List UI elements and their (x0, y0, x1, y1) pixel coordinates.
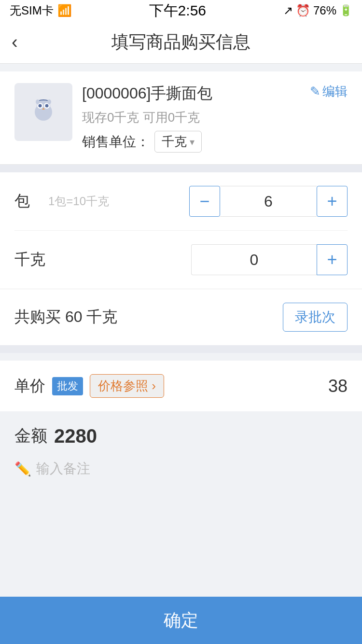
total-text: 共购买 60 千克 (14, 307, 117, 328)
product-info: [0000006]手撕面包 现存0千克 可用0千克 销售单位： 千克 ▾ (82, 83, 348, 153)
quantity-section: 包 1包=10千克 − + 千克 + (0, 172, 362, 289)
page-title: 填写商品购买信息 (111, 30, 251, 54)
owl-icon (29, 95, 58, 129)
svg-point-4 (39, 104, 42, 107)
amount-section: 金额 2280 ✏️ 输入备注 (0, 411, 362, 490)
quantity-input-kg[interactable] (191, 244, 317, 275)
batch-button[interactable]: 录批次 (283, 303, 348, 332)
price-section: 单价 批发 价格参照 › 38 (0, 361, 362, 411)
amount-label: 金额 (14, 425, 47, 447)
edit-button[interactable]: ✎ 编辑 (310, 83, 348, 100)
quantity-row-bao: 包 1包=10千克 − + (14, 172, 348, 231)
price-ref-button[interactable]: 价格参照 › (90, 374, 164, 398)
quantity-hint-bao: 1包=10千克 (48, 194, 189, 209)
product-unit-row: 销售单位： 千克 ▾ (82, 131, 348, 153)
price-value: 38 (328, 376, 348, 396)
battery-label: 76% (313, 4, 336, 17)
battery-icon: 🔋 (339, 4, 352, 17)
separator-1 (0, 165, 362, 172)
location-icon: ↗ (283, 4, 293, 17)
quantity-label-kg: 千克 (14, 249, 45, 270)
status-right: ↗ ⏰ 76% 🔋 (283, 4, 352, 17)
svg-point-7 (36, 99, 40, 104)
quantity-controls-kg: + (191, 244, 348, 275)
alarm-icon: ⏰ (296, 4, 310, 17)
total-section: 共购买 60 千克 录批次 (0, 289, 362, 345)
unit-selector[interactable]: 千克 ▾ (154, 131, 202, 153)
edit-label: 编辑 (322, 83, 348, 100)
quantity-input-bao[interactable] (220, 186, 317, 217)
quantity-label-bao: 包 (14, 191, 43, 212)
product-stock: 现存0千克 可用0千克 (82, 109, 348, 126)
increase-kg-button[interactable]: + (317, 244, 348, 275)
unit-value: 千克 (162, 133, 187, 150)
decrease-bao-button[interactable]: − (189, 186, 220, 217)
status-bar: 无SIM卡 📶 下午2:56 ↗ ⏰ 76% 🔋 (0, 0, 362, 21)
status-time: 下午2:56 (149, 1, 206, 21)
product-image (14, 83, 72, 141)
pencil-icon: ✏️ (14, 461, 31, 477)
amount-row: 金额 2280 (14, 425, 348, 447)
nav-bar: ‹ 填写商品购买信息 (0, 21, 362, 64)
confirm-button[interactable]: 确定 (0, 597, 362, 644)
quantity-row-kg: 千克 + (14, 231, 348, 289)
separator-2 (0, 345, 362, 353)
back-button[interactable]: ‹ (12, 32, 18, 53)
amount-value: 2280 (54, 425, 97, 447)
unit-label: 销售单位： (82, 133, 150, 151)
chevron-down-icon: ▾ (190, 136, 195, 148)
svg-point-8 (47, 99, 51, 104)
svg-point-5 (45, 104, 49, 107)
price-tag: 批发 (52, 377, 83, 395)
status-left: 无SIM卡 📶 (10, 3, 72, 18)
wifi-icon: 📶 (57, 4, 72, 17)
carrier-label: 无SIM卡 (10, 3, 54, 18)
increase-bao-button[interactable]: + (317, 186, 348, 217)
product-name: [0000006]手撕面包 (82, 83, 348, 104)
remark-row[interactable]: ✏️ 输入备注 (14, 455, 348, 483)
edit-icon: ✎ (310, 84, 320, 99)
remark-placeholder: 输入备注 (36, 460, 90, 478)
product-card: [0000006]手撕面包 现存0千克 可用0千克 销售单位： 千克 ▾ ✎ 编… (0, 71, 362, 165)
price-label: 单价 (14, 376, 45, 397)
quantity-controls-bao: − + (189, 186, 348, 217)
